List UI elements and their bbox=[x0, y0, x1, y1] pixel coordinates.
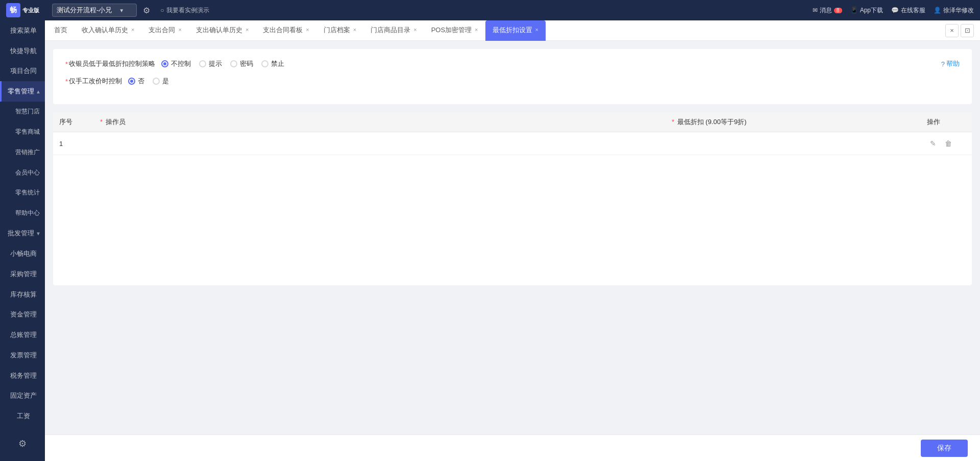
td-seq-1: 1 bbox=[53, 135, 94, 153]
project-selector-arrow: ▼ bbox=[119, 8, 124, 13]
app-download-label: App下载 bbox=[860, 6, 883, 15]
app-download-button[interactable]: 📱 App下载 bbox=[850, 6, 883, 15]
download-icon: 📱 bbox=[850, 7, 858, 14]
sidebar-item-wholesale[interactable]: 批发管理 ▼ bbox=[0, 224, 45, 244]
td-discount-1 bbox=[666, 138, 921, 149]
radio-prompt-circle bbox=[199, 60, 206, 67]
messages-badge: 8 bbox=[834, 8, 842, 13]
sidebar-wholesale-label: 批发管理 bbox=[8, 229, 34, 238]
tab-expense-history-close[interactable]: × bbox=[246, 27, 249, 33]
tab-min-discount-label: 最低折扣设置 bbox=[493, 26, 532, 35]
tab-income-history-label: 收入确认单历史 bbox=[82, 26, 128, 35]
save-button[interactable]: 保存 bbox=[921, 440, 968, 457]
tab-expense-history-label: 支出确认单历史 bbox=[196, 26, 242, 35]
project-name: 测试分开流程-小兄 bbox=[57, 6, 112, 15]
demo-link[interactable]: ○ 我要看实例演示 bbox=[160, 6, 209, 15]
demo-link-text: 我要看实例演示 bbox=[166, 6, 209, 15]
radio-manual-no[interactable]: 否 bbox=[128, 77, 144, 86]
tab-store-archive[interactable]: 门店档案 × bbox=[316, 20, 363, 41]
sidebar-item-retailstats[interactable]: 零售统计 bbox=[0, 183, 45, 203]
tab-home-label: 首页 bbox=[54, 26, 67, 35]
online-service-button[interactable]: 💬 在线客服 bbox=[891, 6, 925, 15]
tab-store-archive-close[interactable]: × bbox=[353, 27, 356, 33]
tab-expense-board[interactable]: 支出合同看板 × bbox=[256, 20, 316, 41]
sidebar-item-retailmall[interactable]: 零售商城 bbox=[0, 122, 45, 142]
tab-store-products[interactable]: 门店商品目录 × bbox=[363, 20, 424, 41]
tab-close-button[interactable]: × bbox=[945, 24, 959, 37]
sidebar-item-marketing[interactable]: 营销推广 bbox=[0, 142, 45, 163]
help-label: 帮助 bbox=[946, 59, 960, 68]
edit-btn-1[interactable]: ✎ bbox=[927, 137, 939, 150]
sidebar-item-finance[interactable]: 资金管理 bbox=[0, 305, 45, 325]
sidebar-bottom: ⚙ bbox=[0, 426, 45, 461]
sidebar-item-helpcenter[interactable]: 帮助中心 bbox=[0, 203, 45, 224]
settings-button[interactable]: ⚙ bbox=[141, 4, 152, 17]
tab-pos-encrypt-close[interactable]: × bbox=[475, 27, 478, 33]
tab-income-history-close[interactable]: × bbox=[131, 27, 134, 33]
tab-expense-contract-close[interactable]: × bbox=[178, 27, 181, 33]
radio-forbid[interactable]: 禁止 bbox=[261, 59, 284, 68]
logo-text: 专业版 bbox=[22, 7, 39, 14]
tab-pos-encrypt[interactable]: POS加密管理 × bbox=[424, 20, 485, 41]
tab-pos-encrypt-label: POS加密管理 bbox=[431, 26, 472, 35]
project-selector[interactable]: 测试分开流程-小兄 ▼ bbox=[52, 4, 137, 17]
demo-icon: ○ bbox=[160, 7, 164, 14]
radio-manual-yes-circle bbox=[153, 78, 160, 85]
radio-prompt[interactable]: 提示 bbox=[199, 59, 222, 68]
tab-expense-contract[interactable]: 支出合同 × bbox=[141, 20, 188, 41]
sidebar-item-retail[interactable]: 零售管理 ▲ bbox=[0, 81, 45, 102]
sidebar-item-purchase[interactable]: 采购管理 bbox=[0, 264, 45, 284]
sidebar-item-members[interactable]: 会员中心 bbox=[0, 162, 45, 183]
tab-store-products-close[interactable]: × bbox=[413, 27, 416, 33]
sidebar-item-search[interactable]: 搜索菜单 bbox=[0, 20, 45, 41]
sidebar-item-inventory[interactable]: 库存核算 bbox=[0, 284, 45, 305]
sidebar-item-payroll[interactable]: 工资 bbox=[0, 406, 45, 426]
seq-value-1: 1 bbox=[59, 140, 63, 148]
user-menu-button[interactable]: 👤 徐泽华修改 bbox=[934, 6, 974, 15]
th-seq: 序号 bbox=[53, 112, 94, 132]
radio-prompt-label: 提示 bbox=[209, 59, 222, 68]
sidebar-invoice-label: 发票管理 bbox=[10, 351, 37, 360]
sidebar-retail-arrow: ▲ bbox=[36, 89, 41, 94]
radio-manual-yes[interactable]: 是 bbox=[153, 77, 169, 86]
discount-table: 序号 * 操作员 * 最低折扣 (9.00等于9折) 操作 bbox=[53, 112, 972, 285]
online-service-label: 在线客服 bbox=[901, 6, 925, 15]
messages-button[interactable]: ✉ 消息 8 bbox=[813, 6, 842, 15]
tab-store-archive-label: 门店档案 bbox=[324, 26, 350, 35]
main-layout: 搜索菜单 快捷导航 项目合同 零售管理 ▲ 智慧门店 零售商城 营销推广 会员中… bbox=[0, 20, 980, 461]
sidebar-item-invoice[interactable]: 发票管理 bbox=[0, 345, 45, 366]
sidebar-wholesale-arrow: ▼ bbox=[36, 231, 41, 236]
delete-btn-1[interactable]: 🗑 bbox=[942, 137, 954, 150]
sidebar-item-project[interactable]: 项目合同 bbox=[0, 61, 45, 82]
app-logo: 畅 专业版 bbox=[6, 3, 47, 17]
action-btns-1: ✎ 🗑 bbox=[927, 137, 966, 150]
radio-password[interactable]: 密码 bbox=[230, 59, 253, 68]
radio-no-control[interactable]: 不控制 bbox=[161, 59, 191, 68]
th-operator-required: * bbox=[100, 118, 103, 126]
tab-expense-history[interactable]: 支出确认单历史 × bbox=[189, 20, 256, 41]
sidebar-smartstore-label: 智慧门店 bbox=[15, 107, 40, 116]
sidebar-item-tax[interactable]: 税务管理 bbox=[0, 366, 45, 386]
td-operator-1 bbox=[94, 138, 666, 149]
table-body: 1 ✎ 🗑 bbox=[53, 132, 972, 285]
sidebar-item-assets[interactable]: 固定资产 bbox=[0, 386, 45, 406]
sidebar-item-quicknav[interactable]: 快捷导航 bbox=[0, 41, 45, 61]
service-icon: 💬 bbox=[891, 7, 899, 14]
sidebar-item-ledger[interactable]: 总账管理 bbox=[0, 325, 45, 345]
tab-store-products-label: 门店商品目录 bbox=[371, 26, 410, 35]
message-icon: ✉ bbox=[813, 7, 818, 14]
tab-min-discount-close[interactable]: × bbox=[535, 27, 538, 33]
radio-password-label: 密码 bbox=[240, 59, 253, 68]
tab-min-discount[interactable]: 最低折扣设置 × bbox=[485, 20, 546, 41]
help-link[interactable]: ? 帮助 bbox=[941, 59, 960, 68]
tab-bar: 首页 收入确认单历史 × 支出合同 × 支出确认单历史 × 支出合同看板 × 门… bbox=[45, 20, 980, 41]
tab-income-history[interactable]: 收入确认单历史 × bbox=[75, 20, 141, 41]
sidebar-item-ecommerce[interactable]: 小畅电商 bbox=[0, 244, 45, 264]
sidebar-settings-button[interactable]: ⚙ bbox=[0, 432, 45, 455]
tab-restore-button[interactable]: ⊡ bbox=[961, 24, 974, 37]
sidebar-item-smartstore[interactable]: 智慧门店 bbox=[0, 102, 45, 122]
radio-manual-no-label: 否 bbox=[138, 77, 144, 86]
tab-home[interactable]: 首页 bbox=[47, 20, 75, 41]
tab-expense-board-close[interactable]: × bbox=[306, 27, 309, 33]
th-discount: * 最低折扣 (9.00等于9折) bbox=[666, 112, 921, 132]
